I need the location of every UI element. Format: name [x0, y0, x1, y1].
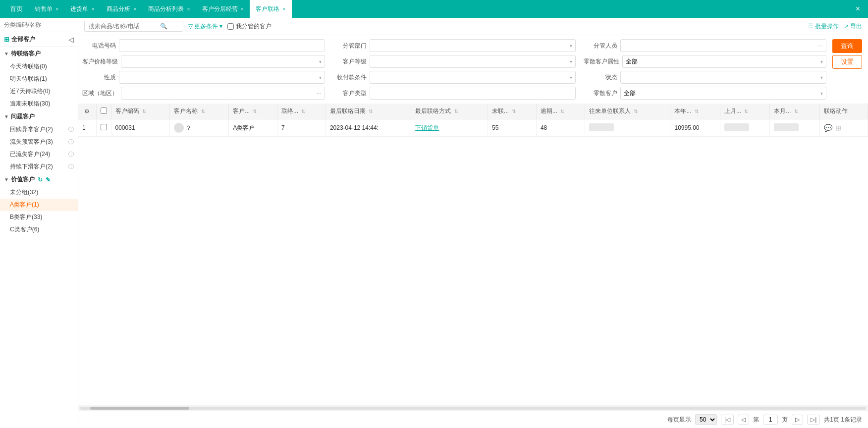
row-last-method: 下销货单 [411, 119, 488, 137]
col-gear[interactable]: ⚙ [78, 104, 96, 119]
filter-status-select[interactable]: ▾ [620, 71, 826, 84]
prev-page-btn[interactable]: ◁ [738, 415, 749, 425]
sort-last-month-icon[interactable]: ⇅ [744, 108, 748, 114]
sort-prev-contact-icon[interactable]: ⇅ [634, 108, 638, 114]
nav-tab-purchase[interactable]: 进货单 × [64, 0, 100, 18]
col-type: 客户... ⇅ [229, 104, 277, 119]
page-size-select[interactable]: 50 [695, 414, 717, 425]
qr-icon[interactable]: ⊞ [835, 124, 841, 132]
export-btn[interactable]: ↗ 导出 [844, 22, 862, 31]
sort-code-icon[interactable]: ⇅ [142, 108, 146, 114]
close-tab-purchase[interactable]: × [91, 6, 94, 12]
row-not-contacted: 55 [488, 119, 537, 137]
sidebar-collapse-icon[interactable]: ◁ [68, 36, 74, 44]
sidebar-item-overdue[interactable]: 逾期未联络(30) [0, 98, 78, 110]
edit-icon[interactable]: ✎ [46, 176, 51, 183]
last-method-link[interactable]: 下销货单 [415, 124, 439, 131]
chevron-down-icon: ▾ [219, 23, 222, 30]
select-all-checkbox[interactable] [101, 107, 107, 114]
filter-region: 区域（地区） ··· [82, 87, 325, 100]
close-tab-customer-tier[interactable]: × [241, 6, 244, 12]
table-row: 1 000031 ？ A类客户 7 2023 [78, 119, 868, 137]
nav-tab-customer-tier[interactable]: 客户分层经营 × [196, 0, 250, 18]
sidebar-item-declining[interactable]: 持续下滑客户(2) ⓘ [0, 160, 78, 173]
filter-phone-input[interactable] [119, 39, 325, 52]
next-page-btn[interactable]: ▷ [792, 415, 803, 425]
filter-scattered-customer-select[interactable]: 全部 ▾ [620, 87, 826, 100]
close-tab-product-analysis-list[interactable]: × [187, 6, 190, 12]
filter-customer-type-input[interactable] [370, 87, 576, 100]
horizontal-scrollbar[interactable] [78, 405, 868, 411]
refresh-icon[interactable]: ↻ [38, 176, 43, 183]
sidebar-section-value[interactable]: ▼ 价值客户 ↻ ✎ [0, 173, 78, 186]
sort-contact-icon[interactable]: ⇅ [301, 108, 305, 114]
top-actions: ☰ 批量操作 ↗ 导出 [808, 22, 862, 31]
filter-manager-input[interactable]: ··· [620, 39, 826, 52]
close-tab-product-analysis[interactable]: × [133, 6, 136, 12]
first-page-btn[interactable]: |◁ [721, 415, 734, 425]
search-icon[interactable]: 🔍 [160, 23, 167, 30]
nav-tab-sales[interactable]: 销售单 × [29, 0, 64, 18]
sort-type-icon[interactable]: ⇅ [253, 108, 257, 114]
sort-overdue-icon[interactable]: ⇅ [560, 108, 564, 114]
sidebar-item-class-c[interactable]: C类客户(6) [0, 223, 78, 236]
sidebar-section-pending[interactable]: ▼ 待联络客户 [0, 47, 78, 60]
col-last-method: 最后联络方式 ⇅ [411, 104, 488, 119]
setting-button[interactable]: 设置 [832, 55, 862, 69]
sidebar-item-7days[interactable]: 近7天待联络(0) [0, 85, 78, 98]
sort-last-date-icon[interactable]: ⇅ [369, 108, 373, 114]
filter-price-tier-select[interactable]: ▾ [121, 55, 325, 68]
more-conditions-btn[interactable]: ▽ 更多条件 ▾ [188, 22, 222, 31]
close-tab-customer-contact[interactable]: × [282, 6, 285, 12]
query-button[interactable]: 查询 [832, 39, 862, 53]
sidebar-search-input[interactable] [4, 21, 78, 28]
message-icon[interactable]: 💬 [824, 124, 832, 132]
page-input[interactable] [763, 415, 778, 425]
row-checkbox[interactable] [101, 124, 107, 130]
sidebar-item-churn-warning[interactable]: 流失预警客户(3) ⓘ [0, 136, 78, 148]
row-year-amount: 10995.00 [670, 119, 720, 137]
sort-not-contacted-icon[interactable]: ⇅ [512, 108, 516, 114]
sidebar-item-churned[interactable]: 已流失客户(24) ⓘ [0, 148, 78, 160]
nav-home[interactable]: 首页 [4, 0, 29, 18]
filter-scattered-attr: 零散客户属性 全部 ▾ [584, 55, 826, 68]
content-area: 🔍 ▽ 更多条件 ▾ 我分管的客户 ☰ 批量操作 ↗ 导出 [78, 18, 868, 428]
main-layout: 🔍 ⊞ 全部客户 ◁ ▼ 待联络客户 今天待联络(0) 明天待联络(1) 近7天… [0, 18, 868, 428]
nav-tab-product-analysis-list[interactable]: 商品分析列表 × [142, 0, 196, 18]
sort-this-month-icon[interactable]: ⇅ [794, 108, 798, 114]
manager-ellipsis[interactable]: ··· [818, 42, 823, 49]
my-customers-check[interactable]: 我分管的客户 [227, 22, 271, 31]
my-customers-checkbox[interactable] [227, 23, 234, 30]
nav-tab-customer-contact[interactable]: 客户联络 × [250, 0, 291, 18]
row-no: 1 [78, 119, 96, 137]
col-checkbox-all[interactable] [96, 104, 111, 119]
filter-scattered-attr-select[interactable]: 全部 ▾ [622, 55, 826, 68]
sidebar-item-ungrouped[interactable]: 未分组(32) [0, 186, 78, 199]
filter-region-input[interactable]: ··· [121, 87, 325, 100]
filter-payment-select[interactable]: ▾ [370, 71, 576, 84]
sidebar-item-class-b[interactable]: B类客户(33) [0, 211, 78, 223]
batch-op-btn[interactable]: ☰ 批量操作 [808, 22, 839, 31]
sort-year-amount-icon[interactable]: ⇅ [695, 108, 699, 114]
sidebar-section-problem[interactable]: ▼ 问题客户 [0, 110, 78, 123]
close-tab-sales[interactable]: × [55, 6, 58, 12]
sidebar-item-today[interactable]: 今天待联络(0) [0, 60, 78, 73]
sidebar-item-class-a[interactable]: A类客户(1) [0, 199, 78, 211]
row-checkbox-cell [96, 119, 111, 137]
last-page-btn[interactable]: ▷| [807, 415, 820, 425]
close-all-tabs[interactable]: × [852, 4, 864, 13]
filter-department-select[interactable]: ▾ [370, 39, 576, 52]
sidebar-item-repurchase-abnormal[interactable]: 回购异常客户(2) ⓘ [0, 123, 78, 136]
sidebar-item-tomorrow[interactable]: 明天待联络(1) [0, 73, 78, 85]
nature-arrow: ▾ [319, 75, 322, 80]
scrollbar-thumb[interactable] [90, 407, 189, 410]
search-input[interactable] [89, 23, 158, 30]
filter-customer-tier-select[interactable]: ▾ [370, 55, 576, 68]
filter-nature-select[interactable]: ▾ [119, 71, 325, 84]
nav-tab-product-analysis[interactable]: 商品分析 × [101, 0, 142, 18]
sort-name-icon[interactable]: ⇅ [201, 108, 205, 114]
filter-status: 状态 ▾ [584, 71, 826, 84]
filter-customer-type: 客户类型 [333, 87, 576, 100]
region-ellipsis[interactable]: ··· [317, 90, 322, 97]
sort-last-method-icon[interactable]: ⇅ [454, 108, 458, 114]
